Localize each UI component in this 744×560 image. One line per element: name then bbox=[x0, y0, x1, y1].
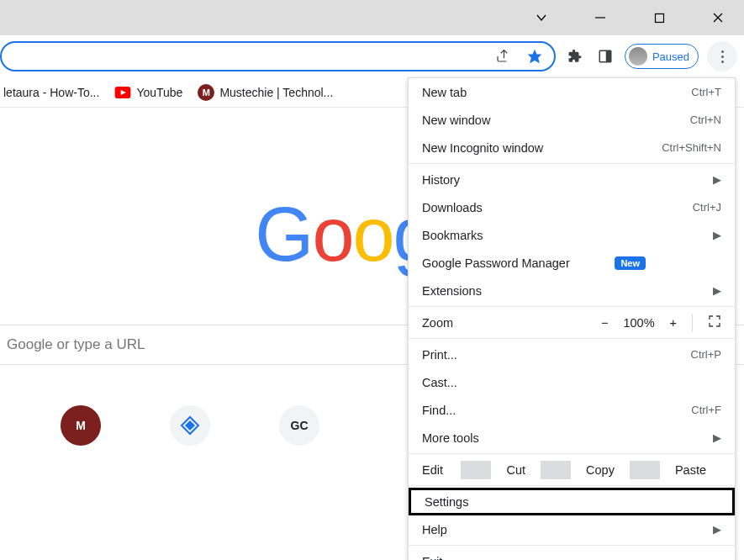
chevron-right-icon: ▶ bbox=[713, 229, 721, 241]
youtube-icon bbox=[114, 84, 131, 101]
shortcut-tile[interactable] bbox=[170, 405, 210, 446]
bookmark-label: YouTube bbox=[136, 86, 182, 99]
chrome-menu-button[interactable] bbox=[707, 41, 737, 71]
menu-item-settings[interactable]: Settings bbox=[409, 488, 735, 515]
menu-item-help[interactable]: Help ▶ bbox=[409, 515, 735, 543]
svg-rect-7 bbox=[606, 50, 611, 62]
edit-paste-button[interactable]: Paste bbox=[660, 463, 721, 477]
fullscreen-icon[interactable] bbox=[708, 314, 721, 330]
window-titlebar bbox=[0, 0, 744, 35]
window-minimize-icon[interactable] bbox=[581, 0, 620, 35]
share-icon[interactable] bbox=[492, 45, 514, 67]
menu-item-password-manager[interactable]: Google Password Manager New bbox=[409, 249, 735, 277]
edit-copy-button[interactable]: Copy bbox=[571, 463, 630, 477]
menu-item-history[interactable]: History ▶ bbox=[409, 166, 735, 193]
chevron-right-icon: ▶ bbox=[713, 173, 721, 186]
menu-item-cast[interactable]: Cast... bbox=[409, 368, 735, 396]
bookmark-item[interactable]: M Mustechie | Technol... bbox=[198, 84, 333, 101]
bookmark-star-icon[interactable] bbox=[524, 45, 546, 67]
shortcut-tile[interactable]: M bbox=[61, 405, 101, 446]
chevron-right-icon: ▶ bbox=[713, 431, 721, 444]
site-favicon: M bbox=[198, 84, 214, 101]
menu-item-exit[interactable]: Exit bbox=[409, 547, 735, 560]
window-maximize-icon[interactable] bbox=[640, 0, 678, 35]
bookmark-label: Mustechie | Technol... bbox=[219, 86, 333, 99]
edit-cut-button[interactable]: Cut bbox=[491, 463, 541, 477]
menu-item-find[interactable]: Find... Ctrl+F bbox=[409, 396, 735, 424]
menu-item-edit: Edit Cut Copy Paste bbox=[409, 456, 735, 483]
chevron-right-icon: ▶ bbox=[713, 523, 721, 536]
bookmark-item[interactable]: YouTube bbox=[114, 84, 182, 101]
zoom-value: 100% bbox=[623, 316, 654, 330]
profile-chip[interactable]: Paused bbox=[625, 44, 699, 69]
tab-dropdown-icon[interactable] bbox=[522, 0, 561, 35]
menu-item-downloads[interactable]: Downloads Ctrl+J bbox=[409, 193, 735, 221]
menu-item-zoom: Zoom − 100% + bbox=[409, 309, 735, 336]
address-bar[interactable] bbox=[0, 41, 556, 71]
browser-toolbar: Paused bbox=[0, 35, 744, 77]
svg-marker-11 bbox=[185, 420, 195, 431]
chevron-right-icon: ▶ bbox=[713, 284, 721, 297]
shortcut-tile[interactable]: GC bbox=[279, 405, 319, 446]
side-panel-icon[interactable] bbox=[594, 45, 616, 67]
menu-item-bookmarks[interactable]: Bookmarks ▶ bbox=[409, 221, 735, 249]
profile-status-label: Paused bbox=[652, 50, 689, 63]
new-badge: New bbox=[615, 256, 646, 270]
menu-item-more-tools[interactable]: More tools ▶ bbox=[409, 424, 735, 452]
zoom-in-button[interactable]: + bbox=[670, 316, 677, 330]
menu-item-new-incognito[interactable]: New Incognito window Ctrl+Shift+N bbox=[409, 134, 735, 161]
window-close-icon[interactable] bbox=[699, 0, 737, 35]
extensions-puzzle-icon[interactable] bbox=[564, 45, 586, 67]
menu-item-extensions[interactable]: Extensions ▶ bbox=[409, 277, 735, 304]
menu-item-new-tab[interactable]: New tab Ctrl+T bbox=[409, 78, 735, 106]
menu-item-new-window[interactable]: New window Ctrl+N bbox=[409, 106, 735, 134]
chrome-menu: New tab Ctrl+T New window Ctrl+N New Inc… bbox=[408, 77, 736, 560]
search-placeholder: Google or type a URL bbox=[7, 336, 145, 353]
svg-marker-5 bbox=[528, 50, 542, 64]
svg-rect-1 bbox=[655, 13, 663, 22]
bookmark-item[interactable]: letaura - How-To... bbox=[3, 86, 99, 99]
zoom-out-button[interactable]: − bbox=[601, 316, 608, 330]
bookmark-label: letaura - How-To... bbox=[3, 86, 99, 99]
menu-item-print[interactable]: Print... Ctrl+P bbox=[409, 341, 735, 368]
avatar bbox=[629, 47, 647, 66]
